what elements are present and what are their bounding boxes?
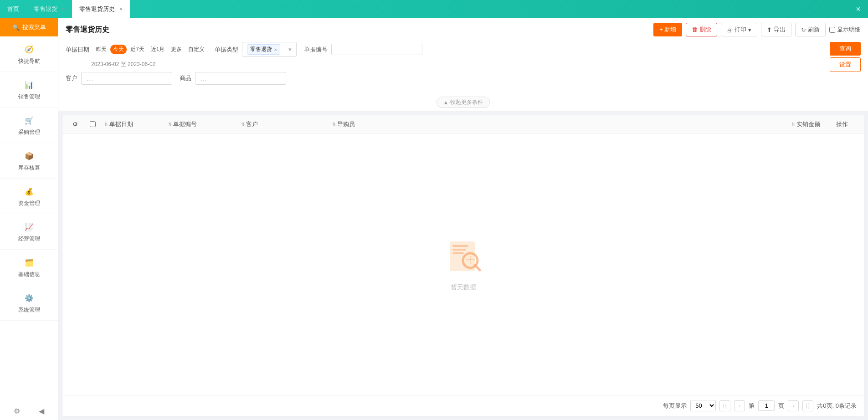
- col-date-sort-icon[interactable]: ⇅: [104, 122, 108, 127]
- doctype-dropdown-icon: ▾: [288, 46, 292, 53]
- table-header: ⚙ ⇅ 单据日期 ⇅ 单据编号 ⇅ 客户 ⇅: [62, 115, 864, 133]
- sidebar-item-sys-mgmt[interactable]: ⚙️ 系统管理: [0, 285, 58, 321]
- col-order[interactable]: ⇅ 单据编号: [164, 120, 237, 128]
- tab-retail-return[interactable]: 零售退货 ×: [26, 0, 72, 18]
- docnumber-input[interactable]: [331, 44, 422, 55]
- print-button[interactable]: 🖨 打印 ▾: [721, 23, 757, 36]
- next-page-button[interactable]: ›: [788, 400, 799, 411]
- main-layout: 🔍 搜索菜单 🧭 快捷导航 📊 销售管理 🛒 采购管理 📦 库存核算 💰: [0, 18, 868, 420]
- sidebar-collapse-icon[interactable]: ◀: [39, 407, 44, 415]
- tab-retail-return-label: 零售退货: [34, 5, 57, 13]
- show-detail-input[interactable]: [829, 27, 835, 33]
- tab-home[interactable]: 首页: [0, 0, 26, 18]
- col-guide[interactable]: ⇅ 导购员: [329, 120, 401, 128]
- sidebar-item-operations-label: 经营管理: [18, 235, 40, 243]
- sidebar-bottom: ⚙ ◀: [0, 402, 58, 420]
- quick-nav-icon: 🧭: [23, 43, 36, 56]
- collapse-row: ▲ 收起更多条件: [66, 94, 861, 111]
- sidebar-item-base-info[interactable]: 🗂️ 基础信息: [0, 250, 58, 285]
- filter-settings-button[interactable]: 设置: [830, 57, 861, 72]
- empty-state-label: 暂无数据: [451, 283, 476, 292]
- collapse-up-icon: ▲: [443, 99, 449, 106]
- print-icon: 🖨: [727, 26, 733, 33]
- col-date[interactable]: ⇅ 单据日期: [101, 120, 164, 128]
- show-detail-checkbox[interactable]: 显示明细: [829, 26, 861, 34]
- customer-select[interactable]: …: [81, 72, 172, 85]
- window-close-button[interactable]: ×: [856, 5, 868, 14]
- print-label: 打印: [734, 26, 746, 34]
- doctype-tag-remove[interactable]: ×: [274, 47, 277, 52]
- sidebar-item-sales-label: 销售管理: [18, 93, 40, 101]
- col-check[interactable]: [84, 121, 101, 127]
- sidebar-item-sys-mgmt-label: 系统管理: [18, 306, 40, 314]
- page-label-before: 第: [749, 402, 755, 410]
- inventory-icon: 📦: [23, 149, 36, 162]
- right-action-buttons: 查询 设置: [830, 42, 861, 72]
- filter-doctype-group: 单据类型 零售退货 × ▾: [215, 42, 297, 57]
- tab-retail-return-history-close[interactable]: ×: [119, 6, 122, 12]
- goods-placeholder: …: [200, 74, 207, 82]
- refresh-icon: ↻: [801, 26, 806, 33]
- col-customer[interactable]: ⇅ 客户: [237, 120, 329, 128]
- tab-retail-return-history[interactable]: 零售退货历史 ×: [72, 0, 129, 18]
- delete-button[interactable]: 🗑 删除: [686, 23, 717, 36]
- sidebar-item-inventory-label: 库存核算: [18, 164, 40, 172]
- doctype-tag: 零售退货 ×: [247, 44, 280, 55]
- col-order-sort-icon[interactable]: ⇅: [168, 122, 172, 127]
- col-guide-sort-icon[interactable]: ⇅: [332, 122, 336, 127]
- tab-retail-return-close[interactable]: ×: [62, 6, 65, 12]
- sidebar-item-purchase[interactable]: 🛒 采购管理: [0, 108, 58, 143]
- col-customer-sort-icon[interactable]: ⇅: [241, 122, 245, 127]
- sidebar: 🔍 搜索菜单 🧭 快捷导航 📊 销售管理 🛒 采购管理 📦 库存核算 💰: [0, 18, 58, 420]
- table-container: ⚙ ⇅ 单据日期 ⇅ 单据编号 ⇅ 客户 ⇅: [62, 115, 864, 416]
- svg-rect-3: [452, 252, 464, 254]
- first-page-button[interactable]: ⟨⟨: [719, 400, 730, 411]
- date-shortcut-custom[interactable]: 自定义: [185, 45, 207, 54]
- date-shortcut-today[interactable]: 今天: [110, 45, 127, 54]
- col-amount-sort-icon[interactable]: ⇅: [791, 122, 795, 127]
- pagination-row: 每页显示 50 10 20 100 ⟨⟨ ‹ 第 1 页 › ⟩⟩ 共0页, 0…: [62, 395, 864, 416]
- goods-select[interactable]: …: [195, 72, 286, 85]
- sidebar-search[interactable]: 🔍 搜索菜单: [0, 18, 58, 36]
- export-button[interactable]: ⬆ 导出: [761, 23, 791, 36]
- date-shortcut-more[interactable]: 更多: [168, 45, 185, 54]
- col-date-label: 单据日期: [109, 120, 133, 128]
- date-shortcut-1month[interactable]: 近1月: [148, 45, 168, 54]
- base-info-icon: 🗂️: [23, 256, 36, 269]
- page-size-label: 每页显示: [663, 402, 687, 410]
- search-icon: 🔍: [12, 24, 20, 31]
- top-bar: 首页 零售退货 × 零售退货历史 × ×: [0, 0, 868, 18]
- collapse-label: 收起更多条件: [450, 98, 483, 106]
- add-button[interactable]: + 新增: [653, 23, 682, 36]
- tab-list: 首页 零售退货 × 零售退货历史 ×: [0, 0, 856, 18]
- col-amount[interactable]: ⇅ 实销金额: [401, 120, 824, 128]
- sidebar-item-finance[interactable]: 💰 资金管理: [0, 179, 58, 214]
- customer-filter-label: 客户: [66, 74, 77, 82]
- docnumber-filter-label: 单据编号: [304, 46, 328, 54]
- date-range-display: 2023-06-02 至 2023-06-02: [91, 61, 155, 67]
- select-all-checkbox[interactable]: [90, 121, 96, 127]
- col-settings-icon: ⚙: [72, 121, 78, 128]
- date-shortcut-yesterday[interactable]: 昨天: [93, 45, 109, 54]
- svg-rect-1: [452, 245, 468, 247]
- prev-page-button[interactable]: ‹: [734, 400, 745, 411]
- sidebar-item-quick-nav-label: 快捷导航: [18, 57, 40, 65]
- date-shortcut-7days[interactable]: 近7天: [128, 45, 147, 54]
- last-page-button[interactable]: ⟩⟩: [802, 400, 813, 411]
- refresh-button[interactable]: ↻ 刷新: [795, 23, 826, 36]
- toolbar-buttons: + 新增 🗑 删除 🖨 打印 ▾ ⬆ 导出 ↻ 刷新: [653, 23, 861, 36]
- sidebar-item-inventory[interactable]: 📦 库存核算: [0, 143, 58, 179]
- filter-date-group: 单据日期 昨天 今天 近7天 近1月 更多 自定义: [66, 45, 207, 54]
- doctype-select[interactable]: 零售退货 × ▾: [242, 42, 297, 57]
- current-page-input[interactable]: 1: [758, 400, 775, 411]
- collapse-button[interactable]: ▲ 收起更多条件: [437, 97, 490, 108]
- sidebar-item-sales[interactable]: 📊 销售管理: [0, 72, 58, 108]
- query-button[interactable]: 查询: [830, 42, 861, 56]
- page-size-select[interactable]: 50 10 20 100: [690, 400, 716, 411]
- sidebar-item-quick-nav[interactable]: 🧭 快捷导航: [0, 36, 58, 72]
- col-settings[interactable]: ⚙: [66, 121, 84, 128]
- total-records-label: 共0页, 0条记录: [817, 402, 857, 410]
- customer-placeholder: …: [86, 74, 93, 82]
- sidebar-item-operations[interactable]: 📈 经营管理: [0, 214, 58, 250]
- sidebar-settings-icon[interactable]: ⚙: [14, 407, 20, 415]
